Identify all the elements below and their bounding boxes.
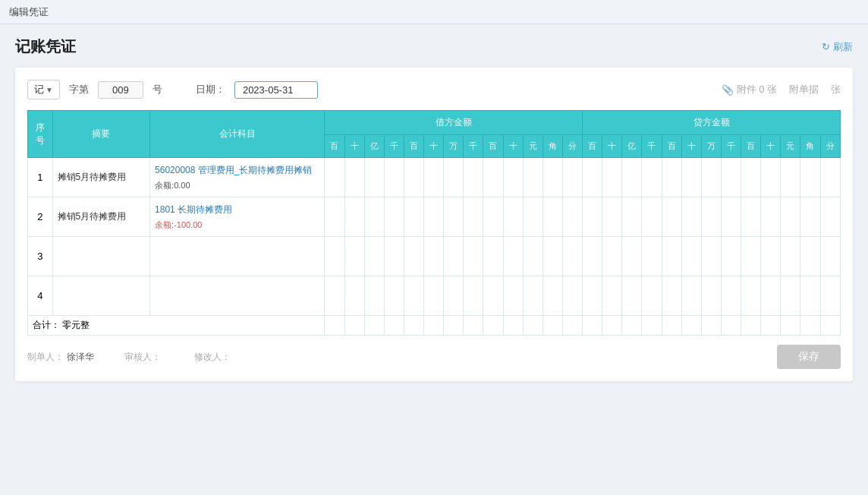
row3-c11[interactable]: [781, 237, 800, 276]
row1-c7[interactable]: [701, 158, 721, 197]
row3-d5[interactable]: [404, 237, 423, 276]
row2-d8[interactable]: [464, 197, 483, 237]
row3-d1[interactable]: [325, 237, 344, 276]
attach-button[interactable]: 📎 附件 0 张: [722, 83, 777, 96]
row2-d9[interactable]: [483, 197, 503, 237]
row4-d2[interactable]: [344, 276, 364, 316]
row3-c3[interactable]: [622, 237, 642, 276]
row1-summary[interactable]: 摊销5月待摊费用: [52, 158, 150, 197]
row3-d11[interactable]: [523, 237, 542, 276]
row4-c6[interactable]: [681, 276, 701, 316]
row2-c12[interactable]: [800, 197, 820, 237]
row2-d1[interactable]: [325, 197, 344, 237]
row1-account[interactable]: 56020008 管理费用_长期待摊费用摊销 余额:0.00: [150, 158, 325, 197]
row3-d7[interactable]: [444, 237, 464, 276]
row3-c7[interactable]: [701, 237, 721, 276]
row3-c9[interactable]: [741, 237, 761, 276]
row1-c13[interactable]: [820, 158, 841, 197]
row3-d10[interactable]: [503, 237, 523, 276]
row1-c4[interactable]: [642, 158, 662, 197]
row2-summary[interactable]: 摊销5月待摊费用: [52, 197, 150, 237]
row1-c12[interactable]: [800, 158, 820, 197]
row1-c1[interactable]: [583, 158, 602, 197]
row3-c4[interactable]: [642, 237, 662, 276]
row1-c10[interactable]: [761, 158, 781, 197]
row4-summary[interactable]: [52, 276, 150, 316]
row4-c9[interactable]: [741, 276, 761, 316]
row1-c3[interactable]: [622, 158, 642, 197]
row4-d1[interactable]: [325, 276, 344, 316]
row2-d13[interactable]: [562, 197, 582, 237]
row1-d2[interactable]: [344, 158, 364, 197]
row4-d3[interactable]: [364, 276, 384, 316]
row1-c6[interactable]: [681, 158, 701, 197]
row3-d3[interactable]: [364, 237, 384, 276]
row2-d2[interactable]: [344, 197, 364, 237]
row2-c1[interactable]: [583, 197, 602, 237]
table-row[interactable]: 3: [28, 237, 841, 276]
row2-c3[interactable]: [622, 197, 642, 237]
row4-d6[interactable]: [424, 276, 444, 316]
table-row[interactable]: 1 摊销5月待摊费用 56020008 管理费用_长期待摊费用摊销 余额:0.0…: [28, 158, 841, 197]
row2-d3[interactable]: [364, 197, 384, 237]
refresh-button[interactable]: ↻ 刷新: [822, 40, 853, 54]
row3-d4[interactable]: [384, 237, 404, 276]
row2-d11[interactable]: [523, 197, 542, 237]
voucher-type-button[interactable]: 记 ▼: [27, 80, 60, 99]
row4-c3[interactable]: [622, 276, 642, 316]
row4-c13[interactable]: [820, 276, 841, 316]
row1-d9[interactable]: [483, 158, 503, 197]
save-button[interactable]: 保存: [777, 345, 841, 369]
row3-d12[interactable]: [542, 237, 562, 276]
row3-d13[interactable]: [562, 237, 582, 276]
row4-c1[interactable]: [583, 276, 602, 316]
row3-c12[interactable]: [800, 237, 820, 276]
row3-summary[interactable]: [52, 237, 150, 276]
row2-c2[interactable]: [602, 197, 622, 237]
row3-c5[interactable]: [662, 237, 681, 276]
row1-d3[interactable]: [364, 158, 384, 197]
row3-account[interactable]: [150, 237, 325, 276]
row2-c8[interactable]: [721, 197, 741, 237]
row4-c8[interactable]: [721, 276, 741, 316]
row1-c8[interactable]: [721, 158, 741, 197]
row3-d8[interactable]: [464, 237, 483, 276]
row2-c13[interactable]: [820, 197, 841, 237]
date-input[interactable]: [234, 81, 318, 99]
row1-d1[interactable]: [325, 158, 344, 197]
row2-d6[interactable]: [424, 197, 444, 237]
row3-c8[interactable]: [721, 237, 741, 276]
table-row[interactable]: 2 摊销5月待摊费用 1801 长期待摊费用 余额:-100.00: [28, 197, 841, 237]
row2-account[interactable]: 1801 长期待摊费用 余额:-100.00: [150, 197, 325, 237]
row3-c13[interactable]: [820, 237, 841, 276]
row3-c1[interactable]: [583, 237, 602, 276]
row1-c5[interactable]: [662, 158, 681, 197]
row2-c5[interactable]: [662, 197, 681, 237]
row4-d11[interactable]: [523, 276, 542, 316]
row2-d7[interactable]: [444, 197, 464, 237]
row4-c7[interactable]: [701, 276, 721, 316]
row2-c4[interactable]: [642, 197, 662, 237]
row2-c10[interactable]: [761, 197, 781, 237]
row1-d5[interactable]: [404, 158, 423, 197]
row3-c10[interactable]: [761, 237, 781, 276]
row1-d4[interactable]: [384, 158, 404, 197]
row4-c10[interactable]: [761, 276, 781, 316]
row4-d4[interactable]: [384, 276, 404, 316]
row2-c7[interactable]: [701, 197, 721, 237]
row4-d7[interactable]: [444, 276, 464, 316]
row2-d10[interactable]: [503, 197, 523, 237]
row3-d6[interactable]: [424, 237, 444, 276]
row2-d4[interactable]: [384, 197, 404, 237]
row4-d5[interactable]: [404, 276, 423, 316]
row4-c4[interactable]: [642, 276, 662, 316]
row4-d8[interactable]: [464, 276, 483, 316]
row4-d9[interactable]: [483, 276, 503, 316]
row4-account[interactable]: [150, 276, 325, 316]
row3-d2[interactable]: [344, 237, 364, 276]
row4-d10[interactable]: [503, 276, 523, 316]
row4-c5[interactable]: [662, 276, 681, 316]
row4-d13[interactable]: [562, 276, 582, 316]
row1-d6[interactable]: [424, 158, 444, 197]
row1-d11[interactable]: [523, 158, 542, 197]
